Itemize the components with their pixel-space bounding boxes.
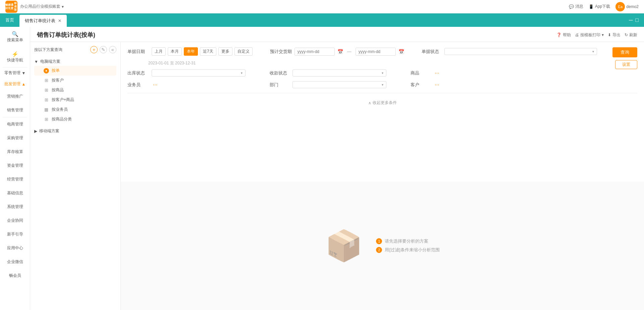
expected-delivery-label: 预计交货期 bbox=[270, 49, 292, 55]
query-btn[interactable]: 查询 bbox=[612, 47, 637, 57]
scheme-icon-salesperson: ▦ bbox=[44, 107, 49, 112]
print-icon: 🖨 bbox=[575, 33, 579, 37]
scheme-icon-category: ⊞ bbox=[44, 117, 49, 122]
sidebar-item-purchase[interactable]: 采购管理 bbox=[0, 131, 30, 145]
shipping-status-select[interactable]: ▾ bbox=[152, 69, 246, 76]
mobile-section-title[interactable]: ▶ 移动端方案 bbox=[34, 127, 116, 135]
sidebar-item-finance[interactable]: 资金管理 bbox=[0, 159, 30, 172]
content-area: 销售订单统计表(按单) ❓ 帮助 🖨 按模板打印 ▾ ⬇ 导出 ↻ 刷新 bbox=[30, 27, 644, 310]
sidebar-item-wholesale-mgmt[interactable]: 批发管理 ▲ bbox=[0, 79, 30, 90]
btn-last-month[interactable]: 上月 bbox=[152, 47, 166, 56]
page-actions: ❓ 帮助 🖨 按模板打印 ▾ ⬇ 导出 ↻ 刷新 bbox=[556, 32, 637, 38]
empty-tips: 1 请先选择要分析的方案 2 用[过滤]条件来缩小分析范围 bbox=[376, 238, 439, 253]
print-btn[interactable]: 🖨 按模板打印 ▾ bbox=[575, 32, 604, 38]
help-btn[interactable]: ❓ 帮助 bbox=[556, 32, 571, 38]
page-title: 销售订单统计表(按单) bbox=[37, 31, 95, 39]
user-menu[interactable]: Ea demo2 bbox=[615, 2, 639, 11]
payment-status-select[interactable]: ▾ bbox=[292, 69, 386, 76]
filter-row-2: 出库状态 ▾ 收款状态 ▾ bbox=[127, 69, 597, 76]
maximize-btn[interactable]: □ bbox=[635, 17, 639, 23]
btn-more[interactable]: 更多 bbox=[218, 47, 232, 56]
btn-this-month[interactable]: 本月 bbox=[168, 47, 182, 56]
scheme-item-by-customer[interactable]: ⊞ 按客户 bbox=[34, 75, 116, 85]
sidebar-item-ecommerce[interactable]: 电商管理 bbox=[0, 117, 30, 131]
payment-select-arrow: ▾ bbox=[382, 71, 383, 75]
date-filter: 上月 本月 本年 近7天 更多 自定义 bbox=[152, 47, 253, 56]
message-btn[interactable]: 💬 消息 bbox=[569, 4, 583, 9]
page-header: 销售订单统计表(按单) ❓ 帮助 🖨 按模板打印 ▾ ⬇ 导出 ↻ 刷新 bbox=[30, 27, 644, 42]
sidebar-item-search-menu[interactable]: 🔍 搜索菜单 bbox=[0, 27, 30, 47]
btn-last-7-days[interactable]: 近7天 bbox=[200, 47, 216, 56]
sidebar-item-marketing[interactable]: 营销推广 bbox=[0, 90, 30, 103]
tab-close-icon[interactable]: ✕ bbox=[58, 18, 61, 23]
sidebar-item-retail-mgmt[interactable]: 零售管理 ▼ bbox=[0, 67, 30, 79]
payment-label: 收款状态 bbox=[270, 70, 290, 76]
empty-illustration: 📦 bbox=[325, 228, 363, 263]
search-icon: 🔍 bbox=[0, 31, 30, 37]
scheme-item-by-product[interactable]: ⊞ 按商品 bbox=[34, 85, 116, 95]
top-bar-right: 💬 消息 📱 App下载 Ea demo2 bbox=[569, 2, 639, 11]
sidebar-item-enterprise-wechat[interactable]: 企业微信 bbox=[0, 255, 30, 269]
btn-this-year[interactable]: 本年 bbox=[184, 47, 198, 56]
date-end-input[interactable] bbox=[356, 48, 396, 56]
cal-start-icon[interactable]: 📅 bbox=[337, 49, 343, 54]
collapse-panel-btn[interactable]: « bbox=[109, 46, 116, 53]
date-start-input[interactable] bbox=[294, 48, 335, 56]
scheme-item-by-category[interactable]: ⊞ 按商品分类 bbox=[34, 114, 116, 124]
scheme-icon-customer-product: ⊞ bbox=[44, 97, 49, 103]
empty-tip-2: 2 用[过滤]条件来缩小分析范围 bbox=[376, 247, 439, 253]
shipping-select-arrow: ▾ bbox=[241, 71, 243, 75]
refresh-btn[interactable]: ↻ 刷新 bbox=[625, 32, 637, 38]
filter-row-3: 业务员 ··· 部门 ▾ bbox=[127, 81, 597, 88]
salesperson-more-btn[interactable]: ··· bbox=[153, 82, 157, 88]
customer-more-btn[interactable]: ··· bbox=[435, 82, 439, 88]
collapse-row: ∧ 收起更多条件 bbox=[127, 93, 637, 109]
settings-btn[interactable]: 设置 bbox=[615, 60, 637, 69]
sidebar-item-app-center[interactable]: 应用中心 bbox=[0, 241, 30, 255]
nav-tabs-right: ─ □ bbox=[629, 17, 639, 23]
sidebar-item-operation[interactable]: 经营管理 bbox=[0, 172, 30, 186]
main-container: 🔍 搜索菜单 ⚡ 快捷导航 零售管理 ▼ 批发管理 ▲ 营销推广 销售管理 bbox=[0, 27, 644, 310]
sidebar-item-new-guide[interactable]: 新手引导 bbox=[0, 227, 30, 241]
department-filter: 部门 ▾ bbox=[270, 81, 386, 88]
sidebar-item-sales-mgmt[interactable]: 销售管理 bbox=[0, 103, 30, 117]
doc-status-select[interactable]: ▾ bbox=[444, 48, 597, 55]
cal-end-icon[interactable]: 📅 bbox=[398, 49, 404, 54]
date-range-display: 2023-01-01 至 2023-12-31 bbox=[148, 60, 597, 66]
add-scheme-btn[interactable]: + bbox=[90, 46, 98, 53]
inner-container: 按以下方案查询 + ✎ « ▼ 电脑端方案 ● 按单 bbox=[30, 42, 644, 310]
customer-label: 客户 bbox=[411, 82, 431, 88]
tab-sales-stats[interactable]: 销售订单统计表 ✕ bbox=[19, 15, 67, 27]
sidebar-item-basic-info[interactable]: 基础信息 bbox=[0, 186, 30, 200]
date-dash: — bbox=[347, 49, 352, 54]
app-selector[interactable]: 办公用品行业模拟账套 ▾ bbox=[20, 4, 64, 9]
top-bar: 畅捷通好生意 标准版 办公用品行业模拟账套 ▾ 💬 消息 📱 App下载 Ea … bbox=[0, 0, 644, 13]
sidebar-item-enterprise-collab[interactable]: 企业协同 bbox=[0, 214, 30, 227]
scheme-item-by-order[interactable]: ● 按单 bbox=[34, 66, 116, 75]
minimize-btn[interactable]: ─ bbox=[629, 17, 633, 23]
print-dropdown-icon: ▾ bbox=[602, 33, 604, 37]
btn-custom[interactable]: 自定义 bbox=[234, 47, 253, 56]
pc-section-title[interactable]: ▼ 电脑端方案 bbox=[34, 57, 116, 66]
sidebar-item-quick-nav[interactable]: ⚡ 快捷导航 bbox=[0, 47, 30, 67]
product-filter: 商品 ··· bbox=[411, 70, 597, 76]
dept-select-arrow: ▾ bbox=[382, 83, 383, 87]
tip-num-1: 1 bbox=[376, 238, 382, 244]
sidebar: 🔍 搜索菜单 ⚡ 快捷导航 零售管理 ▼ 批发管理 ▲ 营销推广 销售管理 bbox=[0, 27, 30, 310]
sidebar-item-inventory[interactable]: 库存核算 bbox=[0, 145, 30, 159]
department-select[interactable]: ▾ bbox=[292, 81, 386, 88]
scheme-item-by-customer-product[interactable]: ⊞ 按客户+商品 bbox=[34, 95, 116, 105]
tab-home[interactable]: 首页 bbox=[0, 13, 19, 27]
edit-scheme-btn[interactable]: ✎ bbox=[100, 46, 107, 53]
pc-expand-icon: ▼ bbox=[34, 59, 38, 64]
scheme-item-by-salesperson[interactable]: ▦ 按业务员 bbox=[34, 105, 116, 114]
product-more-btn[interactable]: ··· bbox=[435, 70, 439, 76]
left-panel-header: 按以下方案查询 + ✎ « bbox=[30, 46, 120, 56]
export-btn[interactable]: ⬇ 导出 bbox=[608, 32, 621, 38]
payment-filter: 收款状态 ▾ bbox=[270, 69, 386, 76]
app-download-btn[interactable]: 📱 App下载 bbox=[589, 4, 610, 9]
collapse-btn[interactable]: ∧ 收起更多条件 bbox=[368, 100, 397, 106]
sidebar-item-member[interactable]: 畅会员 bbox=[0, 269, 30, 282]
sidebar-item-system[interactable]: 系统管理 bbox=[0, 200, 30, 214]
scheme-icon-product: ⊞ bbox=[44, 88, 49, 93]
